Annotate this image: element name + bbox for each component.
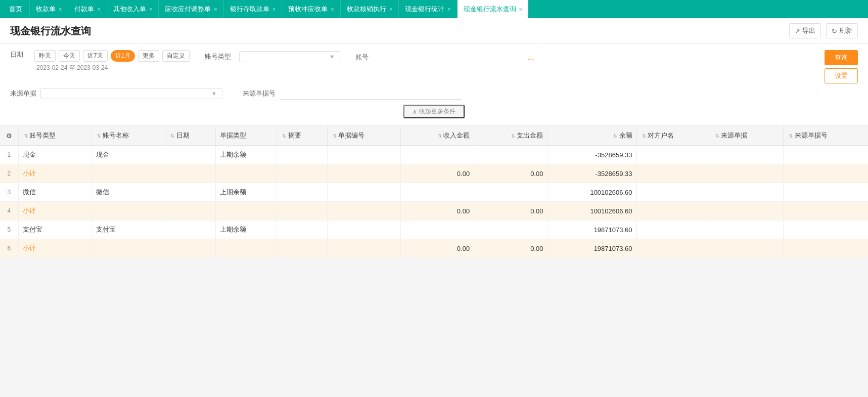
nav-payment[interactable]: 付款单 ×	[68, 0, 107, 18]
sort-icon-date: ⇅	[170, 133, 174, 139]
col-expense[interactable]: ⇅ 支出金额	[474, 126, 547, 146]
col-account-type[interactable]: ⇅ 账号类型	[18, 126, 92, 146]
close-payment-icon[interactable]: ×	[97, 6, 100, 12]
table-container: ⚙ ⇅ 账号类型 ⇅ 账号名称 ⇅ 日期 单据类型 ⇅ 摘	[0, 126, 868, 258]
date-filter-label: 日期	[10, 50, 30, 59]
source-doc-no-input[interactable]	[280, 87, 462, 100]
row-income	[400, 183, 474, 202]
row-doc-no	[327, 146, 400, 164]
col-balance[interactable]: ⇅ 余额	[547, 126, 636, 146]
nav-cash-bank-stat[interactable]: 现金银行统计 ×	[399, 0, 457, 18]
sort-icon-summary: ⇅	[282, 133, 286, 139]
account-dots-button[interactable]: ...	[527, 53, 534, 62]
col-doc-type[interactable]: 单据类型	[215, 126, 277, 146]
account-type-filter-label: 账号类型	[205, 52, 235, 61]
row-account-type: 支付宝	[18, 220, 92, 239]
col-source-doc-label: 来源单据	[721, 131, 747, 139]
collapse-button[interactable]: ∧ 收起更多条件	[403, 105, 465, 118]
col-source-doc-no[interactable]: ⇅ 来源单据号	[784, 126, 868, 146]
data-table: ⚙ ⇅ 账号类型 ⇅ 账号名称 ⇅ 日期 单据类型 ⇅ 摘	[0, 126, 868, 258]
date-more-btn[interactable]: 更多	[138, 50, 159, 62]
col-doc-no[interactable]: ⇅ 单据编号	[327, 126, 400, 146]
collapse-label: 收起更多条件	[419, 107, 455, 116]
row-date	[165, 183, 216, 202]
row-counterparty	[636, 183, 710, 202]
nav-ar-ap-label: 应收应付调整单	[165, 5, 211, 14]
row-source-doc-no	[784, 164, 868, 183]
nav-collection-exec-label: 收款核销执行	[347, 5, 386, 14]
close-cash-bank-stat-icon[interactable]: ×	[447, 6, 450, 12]
source-doc-select[interactable]: ▼	[40, 88, 222, 99]
row-date	[165, 146, 216, 164]
nav-advance-offset[interactable]: 预收冲应收单 ×	[282, 0, 340, 18]
nav-cash-bank-flow-label: 现金银行流水查询	[464, 5, 516, 14]
row-date	[165, 239, 216, 258]
query-button[interactable]: 查询	[825, 50, 858, 65]
col-account-name[interactable]: ⇅ 账号名称	[92, 126, 165, 146]
col-counterparty[interactable]: ⇅ 对方户名	[636, 126, 710, 146]
refresh-label: 刷新	[839, 26, 852, 35]
nav-bank-deposit-label: 银行存取款单	[230, 5, 269, 14]
table-row: 6小计0.000.0019871073.60	[0, 239, 868, 258]
row-account-type: 小计	[18, 202, 92, 220]
row-balance: 19871073.60	[547, 239, 636, 258]
col-gear[interactable]: ⚙	[0, 126, 18, 146]
row-doc-type	[215, 164, 277, 183]
row-source-doc-no	[784, 146, 868, 164]
col-summary[interactable]: ⇅ 摘要	[277, 126, 327, 146]
setting-button[interactable]: 设置	[825, 68, 858, 83]
close-receipt-icon[interactable]: ×	[59, 6, 62, 12]
row-expense: 0.00	[474, 239, 547, 258]
col-date-label: 日期	[176, 131, 190, 139]
row-doc-no	[327, 202, 400, 220]
row-expense: 0.00	[474, 202, 547, 220]
nav-cash-bank-flow[interactable]: 现金银行流水查询 ×	[458, 0, 528, 18]
close-cash-bank-flow-icon[interactable]: ×	[519, 6, 522, 12]
nav-receipt[interactable]: 收款单 ×	[30, 0, 68, 18]
close-advance-offset-icon[interactable]: ×	[331, 6, 334, 12]
close-other-income-icon[interactable]: ×	[149, 6, 152, 12]
account-type-select[interactable]: ▼	[239, 51, 340, 62]
date-recent1m-btn[interactable]: 近1月	[111, 50, 135, 62]
sort-icon-source-doc: ⇅	[715, 133, 719, 139]
row-account-type: 现金	[18, 146, 92, 164]
date-yesterday-btn[interactable]: 昨天	[34, 50, 56, 62]
export-icon: ↗	[795, 27, 800, 35]
row-source-doc	[710, 202, 783, 220]
row-doc-type	[215, 239, 277, 258]
row-doc-type: 上期余额	[215, 146, 277, 164]
row-num: 3	[0, 183, 18, 202]
nav-other-income[interactable]: 其他收入单 ×	[107, 0, 159, 18]
col-date[interactable]: ⇅ 日期	[165, 126, 216, 146]
nav-bank-deposit[interactable]: 银行存取款单 ×	[224, 0, 282, 18]
row-doc-no	[327, 239, 400, 258]
nav-home[interactable]: 首页	[2, 0, 30, 18]
header-actions: ↗ 导出 ↻ 刷新	[789, 23, 858, 38]
sort-icon-counterparty: ⇅	[642, 133, 646, 139]
col-income[interactable]: ⇅ 收入金额	[400, 126, 474, 146]
date-recent7-btn[interactable]: 近7天	[83, 50, 108, 62]
close-ar-ap-icon[interactable]: ×	[214, 6, 217, 12]
close-collection-exec-icon[interactable]: ×	[389, 6, 392, 12]
export-button[interactable]: ↗ 导出	[789, 23, 821, 38]
nav-collection-exec[interactable]: 收款核销执行 ×	[341, 0, 399, 18]
date-shortcuts: 昨天 今天 近7天 近1月 更多 自定义	[34, 50, 190, 62]
account-input[interactable]	[380, 51, 521, 63]
col-source-doc[interactable]: ⇅ 来源单据	[710, 126, 783, 146]
row-doc-type	[215, 202, 277, 220]
refresh-icon: ↻	[832, 27, 837, 35]
nav-ar-ap[interactable]: 应收应付调整单 ×	[159, 0, 223, 18]
refresh-button[interactable]: ↻ 刷新	[826, 23, 858, 38]
nav-other-income-label: 其他收入单	[113, 5, 146, 14]
row-expense	[474, 220, 547, 239]
row-counterparty	[636, 146, 710, 164]
col-balance-label: 余额	[619, 131, 632, 139]
close-bank-deposit-icon[interactable]: ×	[272, 6, 276, 12]
sort-icon-source-doc-no: ⇅	[789, 133, 793, 139]
row-account-name	[92, 202, 165, 220]
row-counterparty	[636, 164, 710, 183]
date-today-btn[interactable]: 今天	[59, 50, 80, 62]
row-balance: 100102606.60	[547, 183, 636, 202]
date-custom-btn[interactable]: 自定义	[162, 50, 190, 62]
top-nav: 首页 收款单 × 付款单 × 其他收入单 × 应收应付调整单 × 银行存取款单 …	[0, 0, 868, 18]
